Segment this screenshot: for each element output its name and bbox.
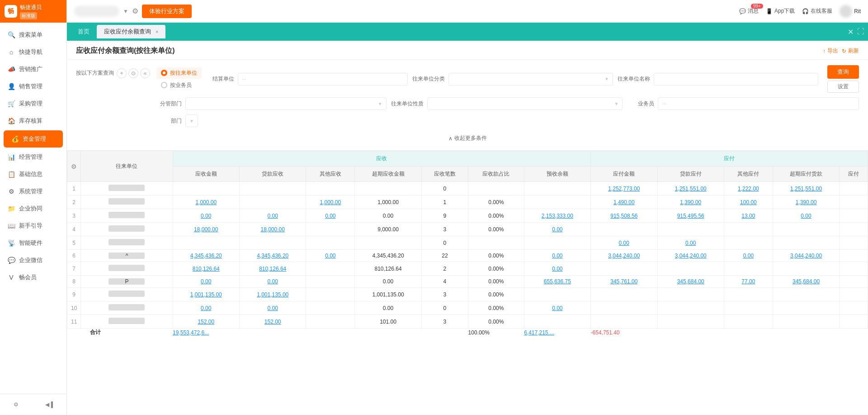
department-input[interactable]: ▼ (185, 114, 198, 127)
table-cell[interactable]: 0.00 (173, 209, 239, 223)
sidebar-item-search[interactable]: 🔍 搜索菜单 (0, 26, 66, 43)
table-cell[interactable]: 1,490.00 (591, 196, 657, 209)
message-button[interactable]: 💬 消息 99+ (739, 7, 759, 15)
table-cell[interactable]: 0.00 (239, 301, 306, 315)
table-cell[interactable]: 1,252,773.00 (591, 182, 657, 196)
dept-input[interactable]: ▼ (185, 97, 387, 110)
table-cell[interactable]: 345,684.00 (773, 276, 839, 288)
sidebar-item-inventory[interactable]: 🏠 库存核算 (0, 112, 66, 129)
table-cell: 9,000.00 (355, 223, 421, 236)
table-cell[interactable]: 345,684.00 (657, 276, 724, 288)
table-cell[interactable]: 0.00 (524, 262, 590, 276)
table-cell[interactable]: 810,126.64 (173, 262, 239, 276)
table-cell[interactable]: 655,636.75 (524, 276, 590, 288)
table-cell[interactable]: 1,000.00 (306, 196, 355, 209)
sidebar-item-purchase[interactable]: 🛒 采购管理 (0, 95, 66, 112)
sidebar-item-marketing[interactable]: 📣 营销推广 (0, 61, 66, 78)
table-cell[interactable]: 345,761.00 (591, 276, 657, 288)
table-cell[interactable]: 1,001,135.00 (239, 288, 306, 301)
table-cell[interactable]: 0.00 (306, 209, 355, 223)
query-option-salesperson[interactable]: 按业务员 (156, 80, 202, 91)
table-cell[interactable]: 915,508.56 (591, 209, 657, 223)
sidebar-item-member[interactable]: V 畅会员 (0, 269, 66, 286)
table-cell[interactable]: 0.00 (239, 276, 306, 288)
tab-maximize-icon[interactable]: ⛶ (857, 28, 864, 36)
settings-col[interactable]: ⚙ (67, 151, 81, 182)
table-cell[interactable]: 2,153,333.00 (524, 209, 590, 223)
partner-category-input[interactable]: ▼ (448, 73, 613, 86)
sidebar-collapse-button[interactable]: ◀▐ (42, 398, 57, 411)
table-cell[interactable]: 0.00 (657, 236, 724, 250)
query-button[interactable]: 查询 (827, 65, 859, 79)
filter-collapse-button[interactable]: « (140, 68, 150, 78)
partner-name-input[interactable] (654, 73, 818, 86)
table-cell[interactable]: 3,044,240.00 (773, 250, 839, 262)
app-download-button[interactable]: 📱 App下载 (766, 7, 795, 15)
partner-nature-input[interactable]: ▼ (427, 97, 623, 110)
user-avatar[interactable]: Rit (840, 5, 861, 18)
sidebar-item-basic[interactable]: 📋 基础信息 (0, 166, 66, 183)
solution-button[interactable]: 体验行业方案 (142, 5, 192, 18)
table-container[interactable]: ⚙ 往来单位 应收 应付 应收金额 贷款应收 其他应收 超期应收金额 应收笔数 … (67, 151, 868, 415)
table-cell[interactable]: 4,345,436.20 (239, 250, 306, 262)
filter-more-button[interactable]: ∧ 收起更多条件 (76, 132, 859, 145)
table-cell[interactable]: 77.00 (724, 276, 773, 288)
export-button[interactable]: ↑ 导出 (823, 47, 838, 55)
table-cell[interactable]: 3,044,240.00 (591, 250, 657, 262)
sidebar-item-nav[interactable]: ⌂ 快捷导航 (0, 43, 66, 61)
tab-arbalance[interactable]: 应收应付余额查询 × (97, 25, 165, 38)
table-cell[interactable]: 13.00 (724, 209, 773, 223)
table-cell[interactable]: 3,044,240.00 (657, 250, 724, 262)
filter-add-button[interactable]: + (117, 68, 127, 78)
settings-button[interactable]: 设置 (827, 81, 859, 93)
sidebar-item-operations[interactable]: 📊 经营管理 (0, 148, 66, 166)
footer-ar-advance[interactable]: 6,417,215.... (524, 329, 590, 337)
online-service-button[interactable]: 🎧 在线客服 (802, 7, 832, 15)
query-option-partner[interactable]: 按往来单位 (156, 67, 202, 79)
table-cell[interactable]: 18,000.00 (173, 223, 239, 236)
table-cell[interactable]: 0.00 (724, 250, 773, 262)
sidebar-item-hardware[interactable]: 📡 智能硬件 (0, 234, 66, 252)
table-cell[interactable]: 4,345,436.20 (173, 250, 239, 262)
refresh-button[interactable]: ↻ 刷新 (842, 47, 859, 55)
table-settings-icon[interactable]: ⚙ (71, 163, 77, 170)
footer-ar-amount[interactable]: 19,553,472,6... (173, 329, 239, 337)
table-cell[interactable]: 0.00 (173, 301, 239, 315)
table-cell[interactable]: 1,000.00 (173, 196, 239, 209)
tab-close-icon[interactable]: × (156, 29, 158, 34)
sidebar-gear-button[interactable]: ⚙ (10, 398, 22, 411)
sidebar-item-sales[interactable]: 👤 销售管理 (0, 78, 66, 95)
table-cell[interactable]: 1,251,551.00 (773, 182, 839, 196)
table-cell[interactable]: 0.00 (239, 209, 306, 223)
table-cell[interactable]: 152.00 (173, 315, 239, 329)
settings-icon[interactable]: ⚙ (132, 7, 138, 15)
table-cell[interactable]: 1,251,551.00 (657, 182, 724, 196)
table-cell[interactable]: 18,000.00 (239, 223, 306, 236)
salesperson-input[interactable]: ··· (658, 97, 859, 110)
table-cell[interactable]: 0.00 (524, 301, 590, 315)
table-cell[interactable]: 915,495.56 (657, 209, 724, 223)
table-cell[interactable]: 100.00 (724, 196, 773, 209)
sidebar-item-system[interactable]: ⚙ 系统管理 (0, 183, 66, 200)
table-cell[interactable]: 0.00 (173, 276, 239, 288)
filter-setting-button[interactable]: ⊙ (128, 68, 138, 78)
table-cell[interactable]: 0.00 (773, 209, 839, 223)
settlement-unit-input[interactable]: ··· (238, 73, 408, 86)
table-cell[interactable]: 1,390.00 (773, 196, 839, 209)
table-cell[interactable]: 152.00 (239, 315, 306, 329)
tab-close-all-icon[interactable]: ✕ (848, 28, 854, 36)
sidebar-item-guide[interactable]: 📖 新手引导 (0, 217, 66, 234)
table-cell[interactable]: 0.00 (591, 236, 657, 250)
table-cell[interactable]: 0.00 (524, 250, 590, 262)
table-cell[interactable]: 1,001,135.00 (173, 288, 239, 301)
table-cell[interactable]: 810,126.64 (239, 262, 306, 276)
tab-home[interactable]: 首页 (71, 25, 97, 38)
sidebar-item-cooperation[interactable]: 📁 企业协同 (0, 200, 66, 217)
table-cell[interactable]: 0.00 (524, 223, 590, 236)
table-cell[interactable]: 1,390.00 (657, 196, 724, 209)
sidebar-item-wechat[interactable]: 💬 企业微信 (0, 252, 66, 269)
sidebar-item-finance[interactable]: 💰 资金管理 (4, 130, 63, 148)
table-cell[interactable]: 0.00 (306, 250, 355, 262)
table-cell[interactable]: 1,222.00 (724, 182, 773, 196)
chevron-down-icon[interactable]: ▼ (123, 8, 128, 14)
